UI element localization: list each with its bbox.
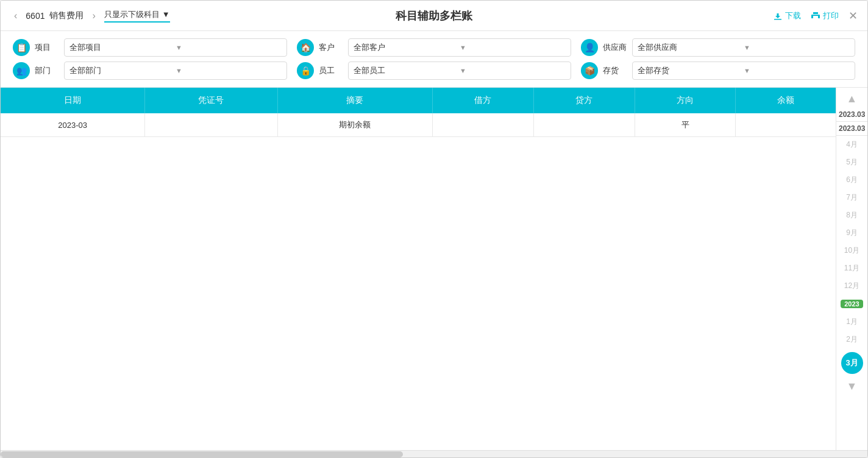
side-timeline[interactable]: ▲ 2023.03 2023.03 4月 5月 6月 7月 8月 9月 10月 … <box>836 88 867 450</box>
print-button[interactable]: 打印 <box>811 10 839 21</box>
timeline-month-5[interactable]: 5月 <box>836 153 867 171</box>
download-label: 下载 <box>785 10 801 21</box>
supplier-select[interactable]: 全部供应商 ▼ <box>632 38 855 57</box>
customer-icon: 🏠 <box>297 39 314 56</box>
show-sub-arrow-icon: ▼ <box>162 10 170 19</box>
timeline-month-3-active[interactable]: 3月 <box>841 352 863 374</box>
timeline-month-9[interactable]: 9月 <box>836 224 867 242</box>
project-label: 项目 <box>35 42 59 53</box>
department-select-arrow: ▼ <box>176 67 282 74</box>
timeline-down-button[interactable]: ▼ <box>844 378 860 395</box>
department-label: 部门 <box>35 65 59 76</box>
timeline-months-section: 4月 5月 6月 7月 8月 9月 10月 11月 12月 2023 1月 2月… <box>836 136 867 378</box>
print-label: 打印 <box>823 10 839 21</box>
timeline-month-10[interactable]: 10月 <box>836 242 867 259</box>
title-bar-left: ‹ 6601 销售费用 › 只显示下级科目 ▼ <box>10 9 170 23</box>
ledger-table: 日期 凭证号 摘要 借方 贷方 方向 余额 2023-03期初余额平 <box>1 88 836 137</box>
timeline-month-12[interactable]: 12月 <box>836 277 867 295</box>
project-select-arrow: ▼ <box>176 44 282 51</box>
table-container[interactable]: 日期 凭证号 摘要 借方 贷方 方向 余额 2023-03期初余额平 <box>1 88 836 450</box>
title-bar: ‹ 6601 销售费用 › 只显示下级科目 ▼ 科目辅助多栏账 下载 <box>1 1 867 31</box>
customer-select[interactable]: 全部客户 ▼ <box>348 38 571 57</box>
inventory-icon: 📦 <box>581 62 598 79</box>
scrollbar-thumb[interactable] <box>1 451 403 457</box>
table-row: 2023-03期初余额平 <box>1 113 836 137</box>
filter-supplier: 👤 供应商 全部供应商 ▼ <box>576 36 860 59</box>
title-bar-right: 下载 打印 ✕ <box>773 9 858 23</box>
supplier-select-value: 全部供应商 <box>638 42 744 53</box>
employee-icon: 🔒 <box>297 62 314 79</box>
timeline-header-2[interactable]: 2023.03 <box>836 122 867 136</box>
filter-inventory: 📦 存货 全部存货 ▼ <box>576 59 860 82</box>
inventory-select-value: 全部存货 <box>638 65 744 76</box>
inventory-label: 存货 <box>603 65 627 76</box>
employee-select-arrow: ▼ <box>460 67 566 74</box>
filter-customer: 🏠 客户 全部客户 ▼ <box>292 36 576 59</box>
timeline-active-month-container: 3月 <box>841 348 863 378</box>
show-sub-toggle[interactable]: 只显示下级科目 ▼ <box>104 9 170 23</box>
customer-select-arrow: ▼ <box>460 44 566 51</box>
cell-direction: 平 <box>635 113 736 137</box>
cell-voucher <box>145 113 277 137</box>
filter-department: 👥 部门 全部部门 ▼ <box>8 59 292 82</box>
customer-select-value: 全部客户 <box>354 42 460 53</box>
project-icon: 📋 <box>13 39 30 56</box>
timeline-month-7[interactable]: 7月 <box>836 189 867 206</box>
customer-label: 客户 <box>319 42 343 53</box>
prev-account-button[interactable]: ‹ <box>10 9 21 23</box>
employee-select-value: 全部员工 <box>354 65 460 76</box>
col-debit: 借方 <box>432 88 533 113</box>
department-icon: 👥 <box>13 62 30 79</box>
employee-select[interactable]: 全部员工 ▼ <box>348 62 571 80</box>
supplier-label: 供应商 <box>603 42 627 53</box>
table-area: 日期 凭证号 摘要 借方 贷方 方向 余额 2023-03期初余额平 ▲ <box>1 88 867 450</box>
department-select[interactable]: 全部部门 ▼ <box>64 62 287 80</box>
timeline-month-8[interactable]: 8月 <box>836 206 867 224</box>
timeline-month-2[interactable]: 2月 <box>836 331 867 348</box>
supplier-select-arrow: ▼ <box>744 44 850 51</box>
page-title: 科目辅助多栏账 <box>396 9 472 23</box>
cell-debit <box>432 113 533 137</box>
timeline-year-badge: 2023 <box>841 300 863 308</box>
timeline-up-button[interactable]: ▲ <box>844 90 860 108</box>
project-select[interactable]: 全部项目 ▼ <box>64 38 287 57</box>
filter-bar: 📋 项目 全部项目 ▼ 🏠 客户 全部客户 ▼ 👤 供应商 全部供应商 ▼ <box>1 31 867 88</box>
table-body: 2023-03期初余额平 <box>1 113 836 137</box>
account-name: 销售费用 <box>49 10 84 21</box>
timeline-month-4[interactable]: 4月 <box>836 136 867 153</box>
project-select-value: 全部项目 <box>69 42 176 53</box>
inventory-select-arrow: ▼ <box>744 67 850 74</box>
employee-label: 员工 <box>319 65 343 76</box>
download-icon <box>773 11 783 21</box>
timeline-month-6[interactable]: 6月 <box>836 171 867 189</box>
timeline-month-11[interactable]: 11月 <box>836 259 867 277</box>
show-sub-label: 只显示下级科目 <box>104 9 160 20</box>
svg-rect-0 <box>774 19 781 20</box>
cell-credit <box>533 113 635 137</box>
timeline-year-badge-container: 2023 <box>841 295 863 313</box>
print-icon <box>811 11 820 21</box>
main-window: ‹ 6601 销售费用 › 只显示下级科目 ▼ 科目辅助多栏账 下载 <box>0 0 868 458</box>
download-button[interactable]: 下载 <box>773 10 801 21</box>
department-select-value: 全部部门 <box>69 65 176 76</box>
col-credit: 贷方 <box>533 88 635 113</box>
cell-balance <box>736 113 836 137</box>
filter-project: 📋 项目 全部项目 ▼ <box>8 36 292 59</box>
account-code: 6601 <box>26 11 44 21</box>
supplier-icon: 👤 <box>581 39 598 56</box>
col-balance: 余额 <box>736 88 836 113</box>
inventory-select[interactable]: 全部存货 ▼ <box>632 62 855 80</box>
col-direction: 方向 <box>635 88 736 113</box>
filter-employee: 🔒 员工 全部员工 ▼ <box>292 59 576 82</box>
col-voucher: 凭证号 <box>145 88 277 113</box>
close-button[interactable]: ✕ <box>848 9 858 23</box>
timeline-month-1[interactable]: 1月 <box>836 313 867 331</box>
col-summary: 摘要 <box>277 88 432 113</box>
cell-summary: 期初余额 <box>277 113 432 137</box>
next-account-button[interactable]: › <box>88 9 99 23</box>
cell-date: 2023-03 <box>1 113 145 137</box>
timeline-header-1[interactable]: 2023.03 <box>836 108 867 122</box>
horizontal-scrollbar[interactable] <box>1 450 867 457</box>
col-date: 日期 <box>1 88 145 113</box>
table-header-row: 日期 凭证号 摘要 借方 贷方 方向 余额 <box>1 88 836 113</box>
